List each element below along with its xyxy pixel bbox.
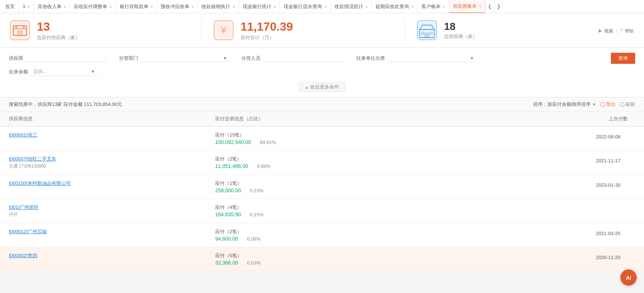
export-button[interactable]: 导出	[601, 101, 616, 108]
nav-tab-cash-stat-close[interactable]: ×	[274, 4, 276, 9]
summary-payable-total-info: 11,170.39 应付合计（万）	[241, 20, 293, 41]
person-input-wrapper[interactable]: ···	[263, 55, 344, 62]
filter-balance: 往来余额 选择... ▼	[9, 68, 97, 76]
svg-rect-9	[424, 32, 430, 38]
last-pay-date-4: 2021-03-25	[490, 231, 628, 236]
collapse-label: 收起更多条件	[310, 84, 339, 90]
transaction-cell-2: 应付（1笔） 258,000.00 0.23%	[215, 180, 490, 193]
table-row[interactable]: [000100]本特勤油品有限公司 应付（1笔） 258,000.00 0.23…	[0, 175, 644, 199]
nav-tab-collection[interactable]: 收款核销执行 ×	[198, 0, 239, 13]
trans-label-1: 应付（2笔）	[215, 156, 490, 162]
nav-tab-3-close[interactable]: ×	[27, 4, 29, 9]
nav-tab-bank-close[interactable]: ×	[151, 4, 153, 9]
summary-section: 13 总应付供应商（家） ¥ 11,170.39 应付合计（万）	[0, 13, 644, 48]
svg-rect-11	[430, 32, 433, 35]
last-pay-cell-2: 2023-01-30	[490, 180, 635, 188]
nav-tab-home[interactable]: 首页	[1, 0, 19, 13]
category-chevron-icon: ▼	[470, 56, 474, 61]
supplier-name-5[interactable]: [000002]李四	[9, 252, 215, 259]
payable-suppliers-value: 13	[37, 20, 80, 34]
nav-tab-customer-ledger[interactable]: 客户账本 ×	[418, 0, 449, 13]
nav-tab-overdue[interactable]: 超期应收款查询 ×	[372, 0, 417, 13]
nav-tab-cash-flow-close[interactable]: ×	[324, 4, 326, 9]
data-table: [000001]张三 应付（15笔） 100,092,540.00 89.61%…	[0, 127, 644, 271]
top-navigation: 首页 3 × 其他收入单 × 应收应付调整单 × 银行存取款单 × 预收冲应收单…	[0, 0, 644, 13]
col-header-transaction: 应付交易信息（占比）	[215, 116, 490, 122]
nav-tab-prepay[interactable]: 预收冲应收单 ×	[157, 0, 198, 13]
filter-person: 分管人员 ···	[241, 55, 344, 62]
trans-amount-3[interactable]: 164,635.90	[215, 211, 241, 217]
query-button[interactable]: 查询	[611, 53, 635, 64]
supplier-name-3[interactable]: [001]广州荣轩	[9, 204, 215, 211]
table-row[interactable]: [001]广州荣轩 仔仔 应付（4笔） 164,635.90 0.15%	[0, 199, 644, 223]
trans-percent-4: 0.08%	[247, 236, 260, 242]
nav-tab-3[interactable]: 3 ×	[19, 0, 34, 13]
nav-tab-overdue-close[interactable]: ×	[411, 4, 413, 9]
supplier-name-1[interactable]: [000007]恒旺二手叉车	[9, 156, 215, 162]
total-suppliers-label: 总供应商（家）	[444, 33, 477, 40]
transaction-cell-5: 应付（5笔） 32,366.00 0.03%	[215, 252, 490, 266]
nav-tab-cash-flow[interactable]: 现金银行流水查询 ×	[280, 0, 330, 13]
svg-rect-2	[17, 30, 23, 35]
collapse-button[interactable]: ▲ 收起更多条件	[299, 82, 345, 92]
nav-tab-supplier-ledger-close[interactable]: ×	[479, 4, 481, 8]
video-link[interactable]: 视频	[604, 28, 613, 34]
table-row[interactable]: [000007]恒旺二手叉车 王通 17106110000 应付（2笔） 11,…	[0, 151, 644, 175]
nav-tab-cash-stat[interactable]: 现金银行统计 ×	[239, 0, 280, 13]
nav-tab-receipt-stat[interactable]: 收款情况统计 ×	[331, 0, 372, 13]
sort-chevron-icon: ▼	[592, 102, 596, 107]
table-row[interactable]: [000001]张三 应付（15笔） 100,092,540.00 89.61%…	[0, 127, 644, 151]
trans-percent-5: 0.03%	[247, 260, 260, 266]
nav-tab-adjust[interactable]: 应收应付调整单 ×	[70, 0, 116, 13]
nav-tab-supplier-ledger[interactable]: 供应商账本 ×	[449, 0, 485, 13]
refresh-circle-icon	[620, 102, 624, 107]
trans-label-5: 应付（5笔）	[215, 252, 490, 259]
refresh-button[interactable]: 刷新	[620, 101, 635, 108]
help-link[interactable]: 帮助	[625, 28, 634, 34]
col-header-supplier: 供应商信息	[9, 116, 215, 122]
nav-tab-overdue-label: 超期应收款查询	[375, 3, 409, 10]
nav-tab-bank[interactable]: 银行存取款单 ×	[116, 0, 157, 13]
nav-tab-collection-close[interactable]: ×	[232, 4, 235, 9]
supplier-filter-label: 供应商	[9, 55, 23, 62]
dept-select-wrapper[interactable]: ▼	[141, 55, 230, 62]
person-dots-icon[interactable]: ···	[304, 55, 342, 61]
balance-select-value: 选择...	[33, 68, 47, 75]
balance-select-wrapper[interactable]: 选择... ▼	[31, 68, 97, 76]
category-select-value	[390, 55, 392, 61]
nav-tab-other-income-label: 其他收入单	[38, 3, 62, 10]
category-select-wrapper[interactable]: ▼	[388, 55, 476, 62]
supplier-name-2[interactable]: [000100]本特勤油品有限公司	[9, 180, 215, 187]
nav-tab-other-income[interactable]: 其他收入单 ×	[34, 0, 70, 13]
nav-tab-cash-flow-label: 现金银行流水查询	[284, 3, 322, 10]
trans-amount-4[interactable]: 94,600.00	[215, 236, 238, 242]
supplier-dots-icon[interactable]: ···	[67, 55, 105, 61]
table-header: 供应商信息 应付交易信息（占比） 上次付数	[0, 112, 644, 127]
last-pay-cell-4: 2021-03-25	[490, 228, 635, 236]
trans-amount-1[interactable]: 11,051,486.00	[215, 163, 248, 169]
filter-dept: 分管部门 ▼	[119, 55, 230, 62]
trans-row-5: 32,366.00 0.03%	[215, 259, 490, 266]
table-row[interactable]: [000012]广州贝瑞 应付（2笔） 94,600.00 0.08% 2021…	[0, 223, 644, 247]
nav-tab-receipt-stat-close[interactable]: ×	[365, 4, 368, 9]
table-row[interactable]: [000002]李四 应付（5笔） 32,366.00 0.03% 2020-1…	[0, 247, 644, 271]
supplier-input-wrapper[interactable]: ···	[26, 55, 107, 62]
nav-tab-customer-ledger-close[interactable]: ×	[443, 4, 445, 9]
filter-row-2: 往来余额 选择... ▼	[9, 68, 635, 76]
filter-row-1: 供应商 ··· 分管部门 ▼ 分管人员 ··· 往来单位分类	[9, 53, 635, 64]
trans-label-3: 应付（4笔）	[215, 204, 490, 211]
trans-amount-5[interactable]: 32,366.00	[215, 260, 238, 266]
supplier-name-0[interactable]: [000001]张三	[9, 132, 215, 138]
sort-link[interactable]: 排序：按应付余额倒序排序 ▼	[533, 101, 596, 108]
nav-tab-prepay-close[interactable]: ×	[192, 4, 194, 9]
trans-amount-0[interactable]: 100,092,540.00	[215, 139, 251, 145]
supplier-name-4[interactable]: [000012]广州贝瑞	[9, 228, 215, 235]
trans-label-4: 应付（2笔）	[215, 228, 490, 235]
nav-arrow-left[interactable]: ❮	[485, 0, 494, 13]
nav-tab-adjust-close[interactable]: ×	[109, 4, 112, 9]
video-icon: ▶	[599, 28, 602, 33]
nav-arrow-right[interactable]: ❯	[494, 0, 503, 13]
nav-tab-other-income-close[interactable]: ×	[64, 4, 66, 9]
trans-amount-2[interactable]: 258,000.00	[215, 187, 241, 193]
nav-tab-cash-stat-label: 现金银行统计	[243, 3, 272, 10]
